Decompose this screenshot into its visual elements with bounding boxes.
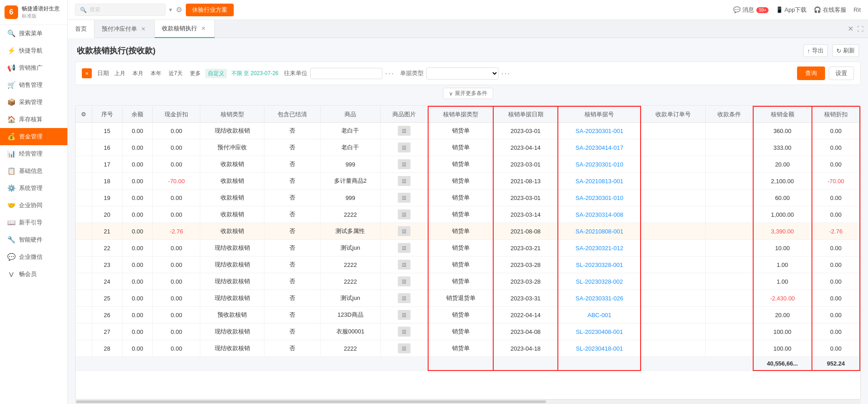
tab-collect-close[interactable]: ✕ [200,25,207,32]
cell-verify-discount: 0.00 [812,240,860,257]
cell-included: 否 [264,307,320,323]
cell-verify-bill-no[interactable]: SA-20230301-001 [558,123,641,139]
sidebar-item-guide[interactable]: 📖新手引导 [0,214,67,231]
filter-unit-input[interactable] [310,68,382,79]
sidebar-item-purchase[interactable]: 📦采购管理 [0,94,67,111]
table-row: 22 0.00 0.00 现结收款核销 否 测试jun 🖼 销货单 2023-0… [75,240,860,257]
online-service-btn[interactable]: 🎧 在线客服 [814,6,846,14]
cell-verify-bill-no[interactable]: SA-20230414-017 [558,139,641,156]
cell-no: 28 [92,340,122,357]
cell-settings [75,323,92,340]
cell-cash-discount: 0.00 [153,190,200,206]
table-settings-icon[interactable]: ⚙ [81,111,86,118]
cell-verify-bill-type: 销货单 [428,223,493,240]
cell-collect-order-no [641,273,705,290]
cell-verify-amount: 360.00 [753,123,812,139]
industry-btn[interactable]: 休验行业方案 [186,4,234,16]
col-verify-bill-type-header: 核销单据类型 [428,106,493,123]
sidebar-item-sales[interactable]: 🛒销售管理 [0,76,67,94]
cell-verify-bill-no[interactable]: ABC-001 [558,307,641,323]
export-btn[interactable]: ↑ 导出 [803,44,828,57]
tab-close-all-icon[interactable]: ✕ [848,24,854,33]
notification-btn[interactable]: 💬 消息 99+ [733,6,769,14]
cell-goods-image: 🖼 [381,290,428,307]
filter-unit-dots[interactable]: ··· [385,69,395,78]
cell-included: 否 [264,123,320,139]
refresh-btn[interactable]: ↻ 刷新 [832,44,859,57]
table-row: 20 0.00 0.00 收款核销 否 2222 🖼 销货单 2023-03-1… [75,206,860,223]
tab-prepay-close[interactable]: ✕ [140,25,147,33]
cell-included: 否 [264,340,320,357]
cell-verify-type: 收款核销 [200,206,264,223]
sidebar-item-finance[interactable]: 💰资金管理 [0,128,67,145]
cell-verify-bill-type: 销货单 [428,340,493,357]
table-row: 26 0.00 0.00 预收款核销 否 123D商品 🖼 销货单 2022-0… [75,307,860,323]
smart-icon: 🔧 [7,236,15,244]
enterprise-icon: 🤝 [7,201,15,209]
settings-icon[interactable]: ⚙ [176,5,182,14]
cell-verify-bill-type: 销货单 [428,307,493,323]
col-included-header: 包含已结清 [264,106,320,123]
cell-cash-discount: -70.00 [153,173,200,190]
sidebar-item-marketing[interactable]: 📢营销推广 [0,59,67,76]
sidebar-item-operation[interactable]: 📊经营管理 [0,145,67,162]
cell-collect-condition [705,223,753,240]
cell-verify-bill-no[interactable]: SL-20230328-002 [558,273,641,290]
cell-settings [75,206,92,223]
cell-collect-condition [705,307,753,323]
filter-bill-type-select[interactable] [426,67,499,80]
filter-expand-btn[interactable]: » [82,68,92,78]
sidebar-item-search[interactable]: 🔍搜索菜单 [0,25,67,42]
cell-verify-bill-type: 销货单 [428,257,493,273]
cell-verify-bill-no[interactable]: SL-20230418-001 [558,340,641,357]
filter-custom[interactable]: 自定义 [205,69,227,78]
filter-this-year[interactable]: 本年 [148,69,164,78]
cell-verify-type: 现结收款核销 [200,257,264,273]
sidebar-item-member[interactable]: V畅会员 [0,266,67,283]
table-wrapper[interactable]: ⚙ 序号 余额 现金折扣 核销类型 包含已结清 商品 商品图片 核销单据类型 核… [75,105,861,399]
sidebar-item-system[interactable]: ⚙️系统管理 [0,180,67,197]
cell-collect-condition [705,139,753,156]
filter-7days[interactable]: 近7天 [166,69,185,78]
cell-verify-bill-no[interactable]: SA-20210813-001 [558,173,641,190]
cell-goods-image: 🖼 [381,307,428,323]
app-download-btn[interactable]: 📱 App下载 [776,6,807,14]
tab-expand-icon[interactable]: ⛶ [857,25,863,33]
cell-verify-bill-no[interactable]: SL-20230328-001 [558,257,641,273]
filter-date-group: 日期 上月 本月 本年 近7天 更多 自定义 不限 至 2023-07-26 [97,69,278,78]
filter-this-month[interactable]: 本月 [130,69,146,78]
inventory-icon: 🏠 [7,115,15,124]
tab-collect[interactable]: 收款核销执行 ✕ [155,20,215,38]
expand-conditions-btn[interactable]: ∨ 展开更多条件 [443,88,493,99]
cell-verify-bill-no[interactable]: SA-20230314-008 [558,206,641,223]
cell-verify-bill-no[interactable]: SA-20230301-010 [558,190,641,206]
filter-settings-btn[interactable]: 设置 [829,67,854,80]
sidebar-item-enterprise[interactable]: 🤝企业协同 [0,197,67,214]
search-box[interactable]: 🔍 搜索 [75,4,165,16]
cell-verify-bill-no[interactable]: SL-20230408-001 [558,323,641,340]
cell-balance: 0.00 [122,307,152,323]
cell-no: 19 [92,190,122,206]
sidebar-item-label: 营销推广 [19,64,42,72]
sidebar-item-wechat[interactable]: 💬企业微信 [0,248,67,266]
cell-goods: 123D商品 [320,307,381,323]
cell-verify-bill-no[interactable]: SA-20230331-026 [558,290,641,307]
cell-verify-bill-no[interactable]: SA-20230321-012 [558,240,641,257]
sidebar-item-quick[interactable]: ⚡快捷导航 [0,42,67,59]
tab-home[interactable]: 首页 [68,20,94,38]
filter-more[interactable]: 更多 [187,69,203,78]
filter-last-month[interactable]: 上月 [112,69,128,78]
tab-prepay[interactable]: 预付冲应付单 ✕ [94,20,155,38]
query-btn[interactable]: 查询 [797,67,825,80]
cell-verify-bill-no[interactable]: SA-20210808-001 [558,223,641,240]
dropdown-icon[interactable]: ▾ [169,6,172,13]
sidebar-item-smart[interactable]: 🔧智能硬件 [0,231,67,248]
filter-bill-type-dots[interactable]: ··· [501,69,511,78]
cell-verify-bill-date: 2023-03-01 [493,156,558,173]
sidebar-item-basic[interactable]: 📋基础信息 [0,162,67,180]
footer-empty [75,357,428,371]
filter-unit-label: 往来单位 [284,69,307,77]
table-row: 15 0.00 0.00 现结收款核销 否 老白干 🖼 销货单 2023-03-… [75,123,860,139]
sidebar-item-inventory[interactable]: 🏠库存核算 [0,111,67,128]
cell-verify-bill-no[interactable]: SA-20230301-010 [558,156,641,173]
